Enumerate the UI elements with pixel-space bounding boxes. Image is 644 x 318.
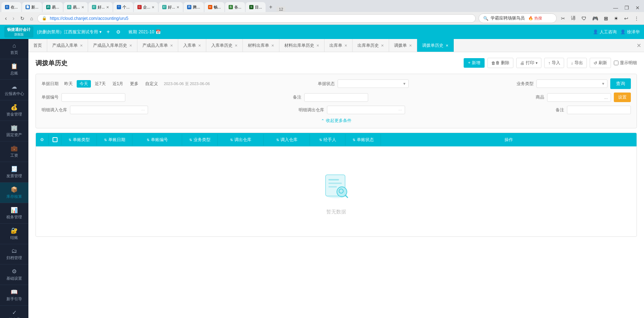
biz-type-select[interactable]: ▾ xyxy=(536,79,607,88)
maximize-button[interactable]: ❐ xyxy=(622,4,632,12)
close-all-tabs-button[interactable]: ✕ xyxy=(634,41,644,50)
new-button[interactable]: + 新增 xyxy=(464,58,484,68)
sidebar-item-inventory[interactable]: 📦 库存核算 xyxy=(0,183,28,203)
close-tab-icon[interactable]: ✕ xyxy=(446,44,448,48)
sidebar-item-reports[interactable]: ☁ 云报表中心 xyxy=(0,80,28,100)
undo-icon[interactable]: ↩ xyxy=(623,16,630,21)
menu-icon[interactable]: ⋮ xyxy=(633,16,640,21)
collapse-button[interactable]: ⌃ 收起更多条件 xyxy=(42,118,631,124)
show-cols-toggle[interactable]: 显示明细 xyxy=(614,60,637,66)
remark-input[interactable] xyxy=(304,93,368,102)
browser-tab-7[interactable]: C 企... ✕ xyxy=(134,2,158,12)
th-in-warehouse[interactable]: ⇅ 调入仓库 xyxy=(264,134,310,146)
th-biz-type[interactable]: ⇅ 业务类型 xyxy=(182,134,218,146)
translate-icon[interactable]: 译 xyxy=(569,15,577,22)
th-handler[interactable]: ⇅ 经手人 xyxy=(310,134,345,146)
status-select[interactable]: ▾ xyxy=(338,79,409,88)
sidebar-item-guide[interactable]: 📖 新手引导 xyxy=(0,285,28,306)
sidebar-item-assets[interactable]: 🏢 固定资产 xyxy=(0,121,28,141)
sidebar-item-invoice[interactable]: 🧾 发票管理 xyxy=(0,162,28,183)
delete-button[interactable]: 🗑 🗑 删除 xyxy=(487,58,513,68)
tab-transfer-history[interactable]: 调拨单历史 ✕ xyxy=(417,39,454,52)
extension-icon2[interactable]: 🎮 xyxy=(591,16,600,21)
forward-button[interactable]: › xyxy=(11,15,16,22)
browser-tab-3[interactable]: 易 易... xyxy=(43,2,62,12)
th-out-warehouse[interactable]: ⇅ 调出仓库 xyxy=(218,134,264,146)
search-bar[interactable]: 🔍 学霸应聘场驱鸟员 🔥 热搜 xyxy=(479,13,557,23)
import-button[interactable]: ↑ 导入 xyxy=(544,58,564,68)
query-button[interactable]: 查询 xyxy=(610,78,631,89)
th-number[interactable]: ⇅ 单账编号 xyxy=(132,134,182,146)
consult-button[interactable]: 👤 人工咨询 xyxy=(593,29,617,35)
goods-picker[interactable]: ... xyxy=(547,93,611,102)
address-input[interactable]: 🔒 https://cloud.chanjet.com/accounting/u… xyxy=(37,14,476,23)
th-checkbox[interactable] xyxy=(49,134,61,145)
close-tab-icon[interactable]: ✕ xyxy=(170,44,173,48)
tab-home[interactable]: 首页 xyxy=(28,39,47,52)
detail-remark-input[interactable] xyxy=(567,106,631,114)
close-window-button[interactable]: ✕ xyxy=(633,4,643,12)
date-btn-week[interactable]: 近7天 xyxy=(92,80,109,88)
detail-in-picker[interactable]: ··· xyxy=(70,106,148,114)
close-tab-icon[interactable]: ✕ xyxy=(235,44,238,48)
tab-out-history[interactable]: 出库单历史 ✕ xyxy=(353,39,389,52)
browser-tab-4[interactable]: 易 易... ✕ xyxy=(64,2,88,12)
close-icon[interactable]: ✕ xyxy=(81,5,84,9)
sidebar-item-member[interactable]: ✓ 畅会员 xyxy=(0,306,28,318)
select-all-checkbox[interactable] xyxy=(53,137,58,142)
th-status[interactable]: ⇅ 单账状态 xyxy=(345,134,381,146)
tab-mat-out[interactable]: 材料出库单 ✕ xyxy=(243,39,279,52)
browser-tab-5[interactable]: 好 好... ✕ xyxy=(88,2,113,12)
minimize-button[interactable]: — xyxy=(610,4,621,12)
sidebar-item-closing[interactable]: 🔐 结账 xyxy=(0,224,28,244)
close-icon[interactable]: ✕ xyxy=(176,5,179,9)
tab-product-in2[interactable]: 产成品入库单 ✕ xyxy=(137,39,178,52)
settings-button[interactable]: 设置 xyxy=(614,93,631,102)
date-btn-custom[interactable]: 自定义 xyxy=(142,80,161,88)
new-tab-button[interactable]: + xyxy=(266,2,275,12)
settings-icon[interactable]: ⚙ xyxy=(115,29,122,35)
sidebar-item-settings[interactable]: ⚙ 基础设置 xyxy=(0,264,28,285)
sidebar-item-finance[interactable]: 💰 资金管理 xyxy=(0,100,28,121)
tab-in-order[interactable]: 入库单 ✕ xyxy=(178,39,206,52)
browser-tab-10[interactable]: M 畅... xyxy=(204,2,224,12)
browser-tab-2[interactable]: 📄 新... xyxy=(22,2,42,12)
close-tab-icon[interactable]: ✕ xyxy=(409,44,412,48)
period-selector[interactable]: 账期 2021-10 📅 xyxy=(129,29,161,35)
export-button[interactable]: ↓ 导出 xyxy=(567,58,587,68)
detail-out-picker[interactable]: ··· xyxy=(327,106,405,114)
scissors-icon[interactable]: ✂ xyxy=(560,16,567,21)
extension-icon1[interactable]: 🛡 xyxy=(580,16,588,21)
tab-transfer[interactable]: 调拨单 ✕ xyxy=(389,39,417,52)
extension-icon4[interactable]: ☀ xyxy=(612,16,620,21)
date-btn-more[interactable]: 更多 xyxy=(127,80,141,88)
user-profile[interactable]: 👤 徐泽华 xyxy=(620,29,640,35)
back-button[interactable]: ‹ xyxy=(4,15,8,22)
sidebar-item-home[interactable]: ⌂ 首页 xyxy=(0,39,28,59)
close-tab-icon[interactable]: ✕ xyxy=(80,44,83,48)
browser-tab-6[interactable]: 个 个... xyxy=(113,2,133,12)
browser-tab-12[interactable]: S 目... xyxy=(246,2,266,12)
close-tab-icon[interactable]: ✕ xyxy=(381,44,384,48)
extension-icon3[interactable]: ⊞ xyxy=(602,16,610,21)
th-type[interactable]: ⇅ 单账类型 xyxy=(61,134,97,146)
close-tab-icon[interactable]: ✕ xyxy=(198,44,201,48)
close-tab-icon[interactable]: ✕ xyxy=(344,44,347,48)
th-settings[interactable]: ⚙ xyxy=(36,134,49,145)
browser-tab-11[interactable]: 各 各... xyxy=(225,2,245,12)
show-cols-checkbox[interactable] xyxy=(614,61,618,65)
print-button[interactable]: 🖨 打印 ▾ xyxy=(516,58,541,68)
close-icon[interactable]: ✕ xyxy=(152,5,154,9)
close-tab-icon[interactable]: ✕ xyxy=(271,44,274,48)
sidebar-item-archive[interactable]: 🗂 归档管理 xyxy=(0,244,28,264)
close-tab-icon[interactable]: ✕ xyxy=(129,44,132,48)
reload-button[interactable]: ↻ xyxy=(19,16,26,21)
company-selector[interactable]: (勿删勿禁用）江西服宝测试专用 ▾ xyxy=(37,29,102,35)
date-btn-yesterday[interactable]: 昨天 xyxy=(61,80,76,88)
home-button[interactable]: ⌂ xyxy=(29,16,34,21)
browser-tab-8[interactable]: 好 好... ✕ xyxy=(159,2,183,12)
tab-product-in[interactable]: 产成品入库单 ✕ xyxy=(47,39,88,52)
close-tab-icon[interactable]: ✕ xyxy=(316,44,319,48)
sidebar-item-wages[interactable]: 💼 工资 xyxy=(0,141,28,162)
close-icon[interactable]: ✕ xyxy=(106,5,109,9)
